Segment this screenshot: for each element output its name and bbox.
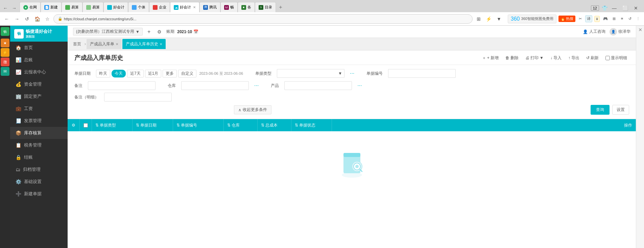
hot-search-badge[interactable]: 🔥 热搜 (558, 16, 575, 22)
tab-doc-list-close[interactable]: ✕ (116, 42, 118, 46)
date-btn-1month[interactable]: 近1月 (145, 70, 162, 77)
yuan-button[interactable]: ¥ (594, 16, 600, 22)
tab-close-8[interactable]: ✕ (193, 5, 196, 9)
forward-button[interactable]: → (10, 4, 18, 12)
select-all-checkbox[interactable] (84, 123, 88, 128)
weibo-app-icon[interactable]: 微 (1, 58, 9, 66)
sidebar-item-basic[interactable]: ⚙️ 基础设置 (10, 176, 68, 188)
add-org-button[interactable]: + (145, 28, 152, 36)
panel-close-button[interactable]: ✕ (638, 28, 643, 32)
user-menu[interactable]: 👤 徐泽华 (610, 28, 630, 36)
tab-8[interactable]: ☁ 好会计 ✕ (170, 2, 199, 12)
translate-button[interactable]: 译 (585, 15, 592, 22)
doc-number-input[interactable] (388, 69, 456, 78)
sidebar-item-invoice[interactable]: 🧾 发票管理 (10, 115, 68, 127)
grid-icon[interactable]: ⊞ (611, 16, 617, 22)
product-select[interactable] (284, 81, 352, 90)
bookmark-button[interactable]: ☆ (43, 15, 51, 23)
show-detail-checkbox[interactable]: 显示明细 (603, 54, 629, 62)
tab-1[interactable]: ● 在网 (20, 2, 41, 12)
tab-12[interactable]: S 目录 (255, 2, 276, 12)
forward-nav-button[interactable]: → (13, 15, 21, 23)
new-tab-button[interactable]: ＋ (276, 2, 285, 12)
tab-4[interactable]: 易算 (82, 2, 103, 12)
more-icon[interactable]: ⋮ (635, 16, 641, 22)
undo-icon[interactable]: ↺ (627, 16, 633, 22)
warehouse-select[interactable] (181, 81, 249, 90)
th-doc-date[interactable]: ⇅ 单据日期 (133, 119, 173, 131)
tab-doc-list[interactable]: 产成品入库单 ✕ (87, 39, 122, 49)
company-selector[interactable]: (勿删勿禁用）江西粮宝测试专用 ▼ (73, 28, 143, 36)
collapse-btn[interactable]: ∧ 收起更多条件 (234, 105, 271, 114)
settings-button[interactable]: 设置 (612, 105, 629, 115)
org-settings-button[interactable]: ⚙ (155, 28, 164, 35)
tab-doc-history[interactable]: 产成品入库单历史 ✕ (122, 39, 166, 49)
export-button[interactable]: ↑ 导出 (566, 54, 581, 62)
date-btn-7days[interactable]: 近7天 (127, 70, 144, 77)
calendar-icon[interactable]: 📅 (193, 29, 198, 34)
tab-6[interactable]: 个体 (128, 2, 149, 12)
profile-icon[interactable]: 👕 (602, 5, 607, 11)
sidebar-item-newbill[interactable]: ➕ 新建单据 (10, 188, 68, 200)
date-btn-today[interactable]: 今天 (112, 70, 126, 77)
date-btn-custom[interactable]: 自定义 (178, 70, 196, 77)
warehouse-more-icon[interactable]: ··· (254, 83, 259, 89)
sidebar-item-fixed[interactable]: 🏢 固定资产 (10, 90, 68, 103)
sidebar-item-cash[interactable]: 💰 资金管理 (10, 78, 68, 90)
remarks-detail-input[interactable] (104, 93, 172, 102)
sidebar-item-salary[interactable]: 💼 工资 (10, 103, 68, 115)
date-btn-yesterday[interactable]: 昨天 (96, 70, 110, 77)
url-box[interactable]: 🔒 https://cloud.chanjet.com/accounting/u… (53, 14, 473, 24)
product-more-icon[interactable]: ··· (357, 83, 362, 89)
sidebar-item-ledger[interactable]: 📊 总账 (10, 54, 68, 66)
tab-doc-history-close[interactable]: ✕ (160, 42, 162, 46)
back-button[interactable]: ← (1, 4, 9, 12)
th-doc-number[interactable]: ⇅ 单据编号 (173, 119, 224, 131)
sidebar-item-tax[interactable]: 📋 税务管理 (10, 139, 68, 151)
tab-5[interactable]: 好会计 (103, 2, 128, 12)
close-window-button[interactable]: ✕ (632, 4, 640, 12)
chanjet-logo[interactable]: 畅 (1, 27, 9, 36)
orange-app-icon[interactable]: ★ (1, 39, 9, 47)
refresh-button[interactable]: ↺ 刷新 (584, 54, 601, 62)
th-total-cost[interactable]: ⇅ 总成本 (258, 119, 291, 131)
tab-10[interactable]: M 畅 (220, 2, 238, 12)
th-doc-type[interactable]: ⇅ 单据类型 (92, 119, 133, 131)
query-button[interactable]: 查询 (591, 105, 610, 115)
sidebar-item-report[interactable]: 📈 云报表中心 (10, 66, 68, 78)
sidebar-item-home[interactable]: 🏠 首页 (10, 42, 68, 54)
show-detail-check[interactable] (605, 56, 610, 60)
th-doc-status[interactable]: ⇅ 单据状态 (291, 119, 332, 131)
doc-type-more-icon[interactable]: ··· (350, 70, 354, 76)
sidebar-item-archive[interactable]: 🗂 归档管理 (10, 163, 68, 176)
ai-service-button[interactable]: 👤 人工咨询 (583, 29, 605, 35)
dropdown-button[interactable]: ▼ (495, 15, 503, 23)
breadcrumb-home[interactable]: 首页 (70, 40, 84, 48)
import-button[interactable]: ↓ 导入 (548, 54, 564, 62)
minimize-button[interactable]: — (610, 4, 618, 12)
add-button[interactable]: ＋ + 新增 (480, 54, 501, 62)
remarks-input[interactable] (88, 81, 156, 90)
date-btn-more[interactable]: 更多 (163, 70, 177, 77)
scissors-icon[interactable]: ✂ (577, 16, 583, 22)
tab-11[interactable]: ■ 各 (238, 2, 255, 12)
theme-icon[interactable]: ☀ (619, 16, 625, 22)
tab-7[interactable]: 企业 (149, 2, 170, 12)
back-nav-button[interactable]: ← (3, 15, 11, 23)
doc-type-select[interactable]: ▼ (277, 69, 344, 78)
mail-app-icon[interactable]: ✉ (1, 67, 9, 76)
delete-button[interactable]: 🗑 删除 (503, 54, 521, 62)
tab-9[interactable]: 腾 腾讯 (199, 2, 220, 12)
tab-3[interactable]: 易算 (62, 2, 82, 12)
print-button[interactable]: 🖨 打印 ▼ (523, 54, 546, 62)
sidebar-item-inventory[interactable]: 📦 库存核算 (10, 127, 68, 139)
lightning-button[interactable]: ⚡ (485, 15, 493, 23)
gold-app-icon[interactable]: ⚡ (1, 48, 9, 57)
th-checkbox[interactable] (80, 119, 92, 131)
maximize-button[interactable]: ⬜ (621, 4, 629, 12)
home-nav-button[interactable]: 🏠 (33, 15, 41, 23)
th-warehouse[interactable]: ⇅ 仓库 (224, 119, 258, 131)
gamepad-icon[interactable]: 🎮 (602, 16, 609, 22)
extensions-button[interactable]: ⊞ (475, 15, 483, 23)
tab-2[interactable]: 📄 新建 (41, 2, 62, 12)
